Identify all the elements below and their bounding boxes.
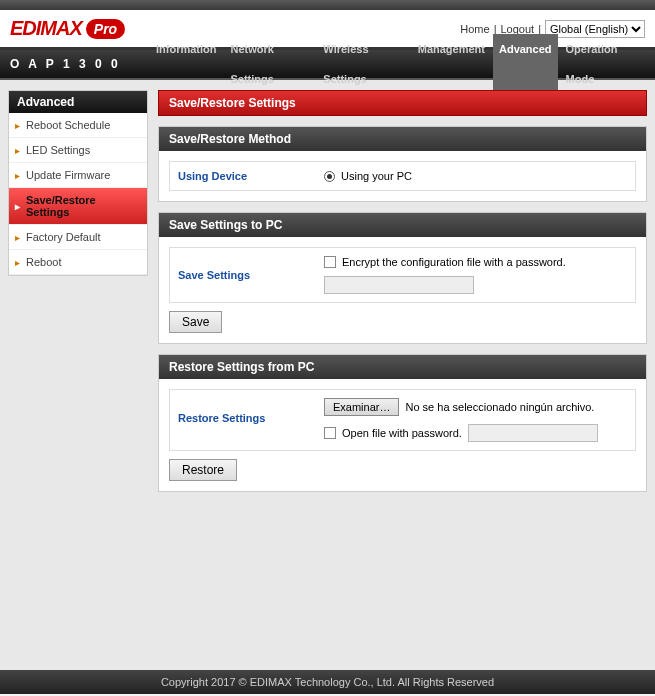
panel-restore-title: Restore Settings from PC — [159, 355, 646, 379]
method-row-label: Using Device — [178, 170, 318, 182]
restore-row-label: Restore Settings — [178, 398, 318, 424]
footer: Copyright 2017 © EDIMAX Technology Co., … — [0, 670, 655, 694]
open-password-checkbox[interactable] — [324, 427, 336, 439]
chevron-right-icon: ▸ — [15, 201, 20, 212]
window-topbar — [0, 0, 655, 10]
chevron-right-icon: ▸ — [15, 120, 20, 131]
sidebar-item-save-restore[interactable]: ▸ Save/Restore Settings — [9, 188, 147, 225]
nav-management[interactable]: Management — [412, 34, 491, 94]
chevron-right-icon: ▸ — [15, 232, 20, 243]
chevron-right-icon: ▸ — [15, 257, 20, 268]
nav-operation-mode[interactable]: Operation Mode — [560, 34, 645, 94]
logo-badge: Pro — [86, 19, 125, 39]
sidebar-item-factory-default[interactable]: ▸ Factory Default — [9, 225, 147, 250]
sidebar-item-led-settings[interactable]: ▸ LED Settings — [9, 138, 147, 163]
sidebar: Advanced ▸ Reboot Schedule ▸ LED Setting… — [8, 90, 148, 276]
nav-wireless-settings[interactable]: Wireless Settings — [317, 34, 409, 94]
save-row-label: Save Settings — [178, 269, 318, 281]
content: Save/Restore Settings Save/Restore Metho… — [158, 90, 647, 492]
panel-save: Save Settings to PC Save Settings Encryp… — [158, 212, 647, 344]
save-button[interactable]: Save — [169, 311, 222, 333]
sidebar-item-label: LED Settings — [26, 144, 90, 156]
panel-method: Save/Restore Method Using Device Using y… — [158, 126, 647, 202]
nav-advanced[interactable]: Advanced — [493, 34, 558, 94]
nav-network-settings[interactable]: Network Settings — [225, 34, 316, 94]
restore-button[interactable]: Restore — [169, 459, 237, 481]
chevron-right-icon: ▸ — [15, 145, 20, 156]
using-pc-label: Using your PC — [341, 170, 412, 182]
encrypt-label: Encrypt the configuration file with a pa… — [342, 256, 566, 268]
encrypt-password-input[interactable] — [324, 276, 474, 294]
logout-link[interactable]: Logout — [500, 23, 534, 35]
navbar: O A P 1 3 0 0 Information Network Settin… — [0, 50, 655, 80]
sidebar-item-reboot[interactable]: ▸ Reboot — [9, 250, 147, 275]
sidebar-item-label: Reboot — [26, 256, 61, 268]
panel-restore: Restore Settings from PC Restore Setting… — [158, 354, 647, 492]
panel-method-title: Save/Restore Method — [159, 127, 646, 151]
using-pc-radio[interactable] — [324, 171, 335, 182]
encrypt-checkbox[interactable] — [324, 256, 336, 268]
model-name: O A P 1 3 0 0 — [10, 57, 150, 71]
page-title: Save/Restore Settings — [158, 90, 647, 116]
sidebar-item-update-firmware[interactable]: ▸ Update Firmware — [9, 163, 147, 188]
no-file-label: No se ha seleccionado ningún archivo. — [405, 401, 594, 413]
panel-save-title: Save Settings to PC — [159, 213, 646, 237]
chevron-right-icon: ▸ — [15, 170, 20, 181]
nav-information[interactable]: Information — [150, 34, 223, 94]
open-password-label: Open file with password. — [342, 427, 462, 439]
sidebar-item-label: Update Firmware — [26, 169, 110, 181]
home-link[interactable]: Home — [460, 23, 489, 35]
logo-text: EDIMAX — [10, 17, 82, 40]
sidebar-title: Advanced — [9, 91, 147, 113]
sidebar-item-label: Reboot Schedule — [26, 119, 110, 131]
restore-password-input[interactable] — [468, 424, 598, 442]
sidebar-item-label: Save/Restore Settings — [26, 194, 141, 218]
sidebar-item-reboot-schedule[interactable]: ▸ Reboot Schedule — [9, 113, 147, 138]
browse-button[interactable]: Examinar… — [324, 398, 399, 416]
logo: EDIMAX Pro — [10, 17, 125, 40]
sidebar-item-label: Factory Default — [26, 231, 101, 243]
